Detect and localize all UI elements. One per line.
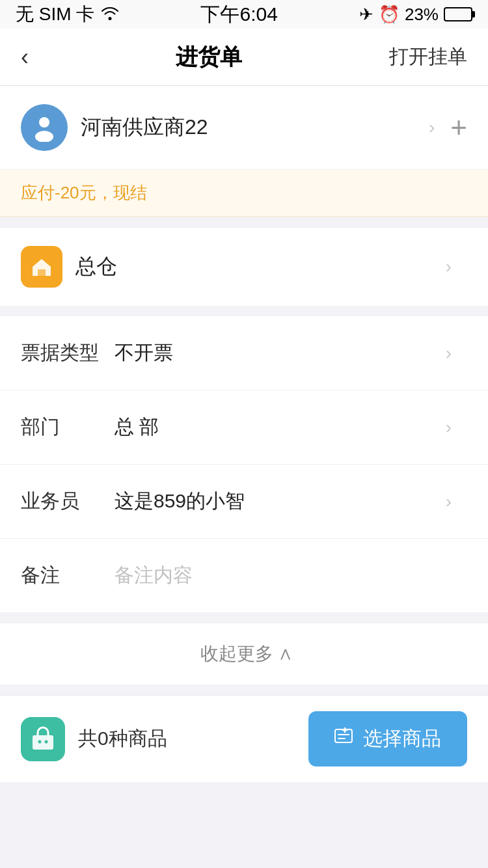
dept-value: 总 部	[99, 414, 446, 441]
salesperson-chevron-icon: ›	[446, 491, 452, 512]
status-time: 下午6:04	[200, 1, 277, 28]
svg-rect-7	[335, 729, 352, 742]
notice-bar: 应付-20元，现结	[0, 170, 488, 217]
select-product-button[interactable]: 选择商品	[308, 711, 467, 766]
supplier-avatar	[21, 104, 68, 151]
wifi-icon	[101, 4, 119, 25]
remark-label: 备注	[21, 562, 99, 589]
svg-rect-4	[33, 735, 53, 750]
product-icon	[21, 717, 65, 761]
collapse-label: 收起更多 ∧	[200, 642, 293, 666]
back-button[interactable]: ‹	[21, 44, 29, 71]
salesperson-label: 业务员	[21, 488, 99, 515]
select-btn-label: 选择商品	[363, 726, 441, 752]
warehouse-row[interactable]: 总仓 ›	[0, 227, 488, 306]
warehouse-icon	[21, 246, 62, 288]
battery-icon	[444, 7, 472, 21]
invoice-value: 不开票	[99, 340, 446, 366]
product-count: 共0种商品	[78, 726, 308, 752]
dept-row[interactable]: 部门 总 部 ›	[0, 390, 488, 465]
status-right: ✈ ⏰ 23%	[359, 5, 472, 25]
svg-point-0	[39, 117, 49, 128]
battery-percent: 23%	[405, 5, 439, 25]
status-bar: 无 SIM 卡 下午6:04 ✈ ⏰ 23%	[0, 0, 488, 29]
form-section: 票据类型 不开票 › 部门 总 部 › 业务员 这是859的小智 › 备注 备注…	[0, 316, 488, 612]
dept-chevron-icon: ›	[446, 417, 452, 438]
invoice-chevron-icon: ›	[446, 343, 452, 364]
location-icon: ✈	[359, 5, 373, 25]
invoice-row[interactable]: 票据类型 不开票 ›	[0, 316, 488, 390]
svg-point-6	[45, 740, 48, 743]
content: 河南供应商22 › + 应付-20元，现结 总仓 › 票据类型 不开票 ›	[0, 86, 488, 782]
svg-point-5	[38, 740, 42, 743]
page-title: 进货单	[176, 42, 242, 72]
invoice-label: 票据类型	[21, 340, 99, 366]
open-pending-button[interactable]: 打开挂单	[389, 44, 467, 70]
collapse-section: 收起更多 ∧	[0, 623, 488, 685]
carrier-label: 无 SIM 卡	[16, 2, 94, 27]
warehouse-section: 总仓 ›	[0, 227, 488, 306]
collapse-button[interactable]: 收起更多 ∧	[0, 623, 488, 685]
svg-rect-3	[38, 269, 46, 276]
dept-label: 部门	[21, 414, 99, 441]
supplier-name: 河南供应商22	[81, 113, 429, 142]
bottom-bar: 共0种商品 选择商品	[0, 695, 488, 782]
salesperson-row[interactable]: 业务员 这是859的小智 ›	[0, 465, 488, 539]
supplier-row[interactable]: 河南供应商22 › +	[0, 86, 488, 170]
status-left: 无 SIM 卡	[16, 2, 119, 27]
warehouse-chevron-icon: ›	[446, 256, 452, 277]
salesperson-value: 这是859的小智	[99, 488, 446, 515]
remark-placeholder: 备注内容	[99, 562, 467, 589]
select-btn-icon	[334, 727, 355, 750]
alarm-icon: ⏰	[379, 5, 400, 25]
remark-row[interactable]: 备注 备注内容	[0, 539, 488, 612]
add-button[interactable]: +	[450, 113, 467, 142]
warehouse-name: 总仓	[75, 252, 446, 281]
nav-bar: ‹ 进货单 打开挂单	[0, 29, 488, 86]
supplier-section: 河南供应商22 › + 应付-20元，现结	[0, 86, 488, 217]
supplier-chevron-icon: ›	[429, 117, 435, 138]
svg-point-1	[35, 131, 53, 142]
